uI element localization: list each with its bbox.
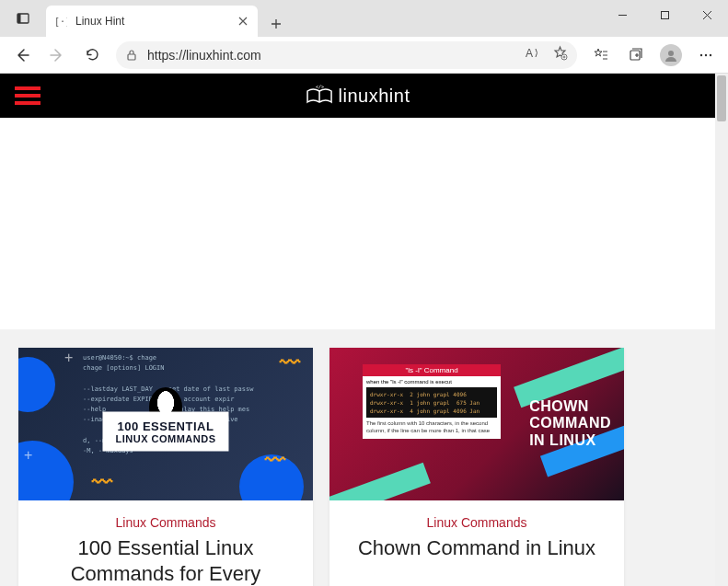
ad-placeholder <box>0 118 715 329</box>
svg-point-8 <box>668 51 674 56</box>
window-minimize-button[interactable] <box>601 0 643 29</box>
article-body: Linux Commands 100 Essential Linux Comma… <box>18 500 313 586</box>
article-card[interactable]: "ls -l" Command when the "ls -l" command… <box>329 348 624 586</box>
svg-rect-3 <box>661 11 668 18</box>
minimize-icon <box>618 10 628 20</box>
site-logo-link[interactable]: </> linuxhint <box>306 84 410 108</box>
tab-actions-icon <box>16 11 30 26</box>
close-icon <box>238 17 248 26</box>
read-aloud-button[interactable]: A <box>526 45 541 64</box>
site-menu-button[interactable] <box>15 86 40 105</box>
thumbnail-headline: CHOWN COMMAND IN LINUX <box>529 398 611 449</box>
browser-toolbar: https://linuxhint.com A <box>0 37 728 74</box>
panel-header: "ls -l" Command <box>363 364 501 376</box>
collections-icon <box>628 47 644 63</box>
new-tab-button[interactable] <box>263 11 289 37</box>
avatar-icon <box>660 44 682 66</box>
site-header: </> linuxhint <box>0 74 715 118</box>
svg-text:</>: </> <box>316 84 324 89</box>
close-icon <box>702 10 712 20</box>
panel-code: drwxr-xr-x 2 john grapl 4096 drwxr-xr-x … <box>366 387 497 418</box>
refresh-icon <box>85 47 100 63</box>
star-lines-icon <box>593 47 609 63</box>
arrow-right-icon <box>49 47 65 63</box>
panel-text: when the "ls -l" command is execut <box>366 379 497 385</box>
site-logo-text: linuxhint <box>339 86 410 107</box>
read-aloud-icon: A <box>526 45 541 61</box>
articles-grid: 〰 〰 〰 + + user@N4050:~$ chage chage [opt… <box>0 329 715 586</box>
plus-icon <box>271 18 282 29</box>
article-category[interactable]: Linux Commands <box>341 515 613 530</box>
site-info-button[interactable] <box>125 49 138 62</box>
svg-text:A: A <box>526 47 533 60</box>
tab-title: Linux Hint <box>75 15 228 28</box>
maximize-icon <box>660 10 670 20</box>
decor-plus: + <box>64 350 73 366</box>
favorites-add-button[interactable] <box>552 45 568 64</box>
decor-stripe <box>329 463 431 500</box>
svg-point-11 <box>710 53 711 55</box>
hamburger-bar <box>15 101 40 105</box>
browser-tab[interactable]: [·] Linux Hint <box>46 6 258 37</box>
decor-squiggle: 〰 <box>280 351 300 375</box>
refresh-button[interactable] <box>75 40 109 70</box>
svg-rect-4 <box>128 54 135 60</box>
window-maximize-button[interactable] <box>643 0 686 29</box>
tab-close-button[interactable] <box>236 14 250 29</box>
forward-button[interactable] <box>40 40 74 70</box>
page-viewport: </> linuxhint 〰 〰 〰 + + user@N4050:~$ ch… <box>0 74 728 586</box>
page-scrollbar[interactable] <box>715 74 728 586</box>
scrollbar-thumb[interactable] <box>717 75 726 121</box>
decor-circle <box>18 357 55 412</box>
address-bar[interactable]: https://linuxhint.com A <box>116 41 577 69</box>
decor-squiggle: 〰 <box>265 449 285 473</box>
collections-button[interactable] <box>619 40 653 70</box>
decor-squiggle: 〰 <box>92 471 112 495</box>
svg-point-9 <box>700 53 702 55</box>
more-icon <box>698 47 714 63</box>
article-title[interactable]: 100 Essential Linux Commands for Every <box>29 535 302 586</box>
svg-point-10 <box>705 53 707 55</box>
hamburger-bar <box>15 86 40 90</box>
arrow-left-icon <box>14 47 30 63</box>
article-body: Linux Commands Chown Command in Linux <box>329 500 624 570</box>
tab-favicon-icon: [·] <box>53 14 68 29</box>
article-card[interactable]: 〰 〰 〰 + + user@N4050:~$ chage chage [opt… <box>18 348 313 586</box>
star-plus-icon <box>552 45 568 61</box>
settings-menu-button[interactable] <box>689 40 722 70</box>
window-close-button[interactable] <box>686 0 728 29</box>
window-controls <box>601 0 728 37</box>
thumbnail-badge: 100 ESSENTIAL LINUX COMMANDS <box>102 412 228 452</box>
favorites-button[interactable] <box>584 40 618 70</box>
decor-plus: + <box>24 447 32 464</box>
back-button[interactable] <box>6 40 39 70</box>
article-thumbnail: "ls -l" Command when the "ls -l" command… <box>329 348 624 500</box>
profile-button[interactable] <box>654 40 688 70</box>
tab-actions-button[interactable] <box>0 0 46 37</box>
hamburger-bar <box>15 94 40 98</box>
svg-text:[·]: [·] <box>54 17 67 27</box>
panel-footer: The first column with 10 characters, in … <box>366 420 497 435</box>
page-content: </> linuxhint 〰 〰 〰 + + user@N4050:~$ ch… <box>0 74 715 586</box>
window-titlebar: [·] Linux Hint <box>0 0 728 37</box>
svg-rect-1 <box>17 14 21 23</box>
badge-line2: LINUX COMMANDS <box>115 433 215 444</box>
thumbnail-panel: "ls -l" Command when the "ls -l" command… <box>363 364 501 439</box>
url-text: https://linuxhint.com <box>147 48 516 63</box>
badge-line1: 100 ESSENTIAL <box>115 419 215 433</box>
book-icon: </> <box>306 84 333 108</box>
article-category[interactable]: Linux Commands <box>29 515 302 530</box>
lock-icon <box>125 49 138 62</box>
article-title[interactable]: Chown Command in Linux <box>341 535 613 561</box>
article-thumbnail: 〰 〰 〰 + + user@N4050:~$ chage chage [opt… <box>18 348 313 500</box>
